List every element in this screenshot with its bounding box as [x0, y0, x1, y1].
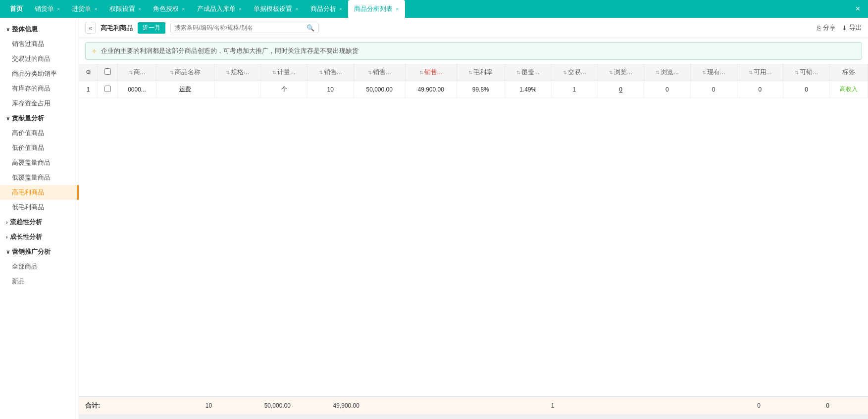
search-input[interactable]: [175, 24, 306, 31]
col-unit[interactable]: ⇅计量...: [261, 64, 307, 81]
close-icon[interactable]: ×: [182, 6, 185, 12]
sidebar-group-marketing[interactable]: ∨ 营销推广分析: [0, 244, 79, 259]
sidebar-item-traded-goods[interactable]: 交易过的商品: [0, 51, 79, 66]
cell-sales-qty: 10: [307, 81, 354, 98]
close-icon[interactable]: ×: [94, 6, 97, 12]
select-all-checkbox[interactable]: [104, 68, 111, 75]
cell-unit: 个: [261, 81, 307, 98]
col-coverage[interactable]: ⇅覆盖...: [505, 64, 551, 81]
cell-index: 1: [79, 81, 98, 98]
cell-sales-cost: 49,900.00: [405, 81, 457, 98]
sidebar-group-growth[interactable]: › 成长性分析: [0, 230, 79, 244]
col-tag[interactable]: 标签: [830, 64, 868, 81]
sidebar-item-high-margin[interactable]: 高毛利商品: [0, 185, 79, 200]
close-icon[interactable]: ×: [239, 6, 242, 12]
footer-empty1: [381, 402, 450, 409]
close-icon[interactable]: ×: [138, 6, 141, 12]
nav-tab-permissions[interactable]: 权限设置 ×: [103, 0, 147, 18]
cell-checkbox[interactable]: [98, 81, 118, 98]
col-margin-rate[interactable]: ⇅毛利率: [457, 64, 505, 81]
row-checkbox[interactable]: [104, 86, 111, 92]
info-banner: ✧ 企业的主要的利润都是这部分商品创造的，可考虑加大推广，同时关注库存是不要出现…: [85, 42, 862, 60]
content-header: « 高毛利商品 近一月 🔍 ⎘ 分享 ⬇ 导出: [79, 18, 868, 38]
window-close-button[interactable]: ×: [852, 4, 864, 13]
nav-tab-import[interactable]: 进货单 ×: [66, 0, 103, 18]
export-icon: ⬇: [842, 24, 847, 32]
nav-tab-roles[interactable]: 角色授权 ×: [147, 0, 191, 18]
sidebar-group-trend[interactable]: › 流趋性分析: [0, 215, 79, 230]
col-sales-cost[interactable]: ⇅销售...: [405, 64, 457, 81]
sidebar-item-score-assist[interactable]: 商品分类助销率: [0, 66, 79, 81]
cell-tag: 高收入: [830, 81, 868, 98]
col-sellable[interactable]: ⇅可销...: [783, 64, 830, 81]
chevron-down-icon: ∨: [6, 26, 10, 33]
content-area: « 高毛利商品 近一月 🔍 ⎘ 分享 ⬇ 导出: [79, 18, 868, 419]
nav-tab-products[interactable]: 产成品入库单 ×: [191, 0, 248, 18]
footer-sales-amt: 50,000.00: [243, 402, 312, 409]
cell-sellable: 0: [783, 81, 830, 98]
cell-browse1[interactable]: 0: [598, 81, 644, 98]
sidebar-group-wealth[interactable]: ∨ 贡献量分析: [0, 111, 79, 126]
nav-tab-sales[interactable]: 销货单 ×: [29, 0, 66, 18]
sidebar-item-high-freq[interactable]: 高覆盖量商品: [0, 155, 79, 170]
sidebar-item-new-goods[interactable]: 新品: [0, 274, 79, 289]
sidebar-item-high-value[interactable]: 高价值商品: [0, 126, 79, 140]
sidebar-group-overall[interactable]: ∨ 整体信息: [0, 22, 79, 37]
col-checkbox[interactable]: [98, 64, 118, 81]
col-code[interactable]: ⇅商...: [118, 64, 156, 81]
search-bar[interactable]: 🔍: [170, 23, 319, 33]
nav-tab-analysislist[interactable]: 商品分析列表 ×: [348, 0, 405, 18]
close-icon[interactable]: ×: [396, 6, 399, 12]
close-icon[interactable]: ×: [295, 6, 298, 12]
time-filter-button[interactable]: 近一月: [138, 22, 165, 34]
col-spec[interactable]: ⇅规格...: [214, 64, 261, 81]
footer-empty2: [450, 402, 518, 409]
cell-code: 0000...: [118, 81, 156, 98]
data-table: ⚙ ⇅商... ⇅商品名称 ⇅规格... ⇅计量... ⇅销售... ⇅销售..…: [79, 64, 868, 98]
top-nav: 首页 销货单 × 进货单 × 权限设置 × 角色授权 × 产成品入库单 × 单据…: [0, 0, 868, 18]
col-settings[interactable]: ⚙: [79, 64, 98, 81]
sidebar-item-sales-goods[interactable]: 销售过商品: [0, 37, 79, 51]
search-icon[interactable]: 🔍: [306, 24, 314, 32]
nav-tab-template[interactable]: 单据模板设置 ×: [248, 0, 304, 18]
collapse-sidebar-button[interactable]: «: [85, 22, 96, 34]
share-button[interactable]: ⎘ 分享: [817, 23, 836, 32]
chevron-right-icon: ›: [6, 219, 8, 225]
cell-spec: [214, 81, 261, 98]
chevron-down-icon: ∨: [6, 249, 10, 255]
nav-tab-analysis[interactable]: 商品分析 ×: [305, 0, 348, 18]
cell-name[interactable]: 运费: [156, 81, 214, 98]
col-avail2[interactable]: ⇅可用...: [737, 64, 783, 81]
footer-label: 合计:: [85, 401, 174, 410]
nav-tab-home[interactable]: 首页: [4, 0, 29, 18]
footer-trade: 1: [518, 402, 587, 409]
close-icon[interactable]: ×: [57, 6, 60, 12]
sidebar-item-low-freq[interactable]: 低覆盖量商品: [0, 170, 79, 185]
sidebar-item-all-goods[interactable]: 全部商品: [0, 259, 79, 274]
footer-values: 10 50,000.00 49,900.00 1 0 0: [174, 402, 862, 409]
table-footer: 合计: 10 50,000.00 49,900.00 1 0 0: [79, 396, 868, 414]
col-browse2[interactable]: ⇅浏览...: [644, 64, 691, 81]
cell-margin-rate: 99.8%: [457, 81, 505, 98]
sidebar-item-in-stock[interactable]: 有库存的商品: [0, 81, 79, 96]
sidebar-item-stock-occupy[interactable]: 库存资金占用: [0, 96, 79, 111]
cell-browse2: 0: [644, 81, 691, 98]
table-row: 1 0000... 运费 个 10 50,000.00 49,900.00 99…: [79, 81, 868, 98]
cell-sales-amt: 50,000.00: [354, 81, 405, 98]
header-actions: ⎘ 分享 ⬇ 导出: [817, 23, 862, 32]
col-avail1[interactable]: ⇅现有...: [690, 64, 737, 81]
footer-sales-cost: 49,900.00: [312, 402, 381, 409]
sidebar-item-low-margin[interactable]: 低毛利商品: [0, 200, 79, 215]
cell-avail2: 0: [737, 81, 783, 98]
col-trade[interactable]: ⇅交易...: [551, 64, 598, 81]
close-icon[interactable]: ×: [339, 6, 342, 12]
export-button[interactable]: ⬇ 导出: [842, 23, 862, 32]
col-name[interactable]: ⇅商品名称: [156, 64, 214, 81]
footer-sales-qty: 10: [174, 402, 243, 409]
horizontal-scrollbar[interactable]: [79, 414, 868, 419]
col-browse1[interactable]: ⇅浏览...: [598, 64, 644, 81]
sidebar-item-low-value[interactable]: 低价值商品: [0, 140, 79, 155]
footer-empty4: [656, 402, 724, 409]
col-sales-qty[interactable]: ⇅销售...: [307, 64, 354, 81]
col-sales-amt[interactable]: ⇅销售...: [354, 64, 405, 81]
